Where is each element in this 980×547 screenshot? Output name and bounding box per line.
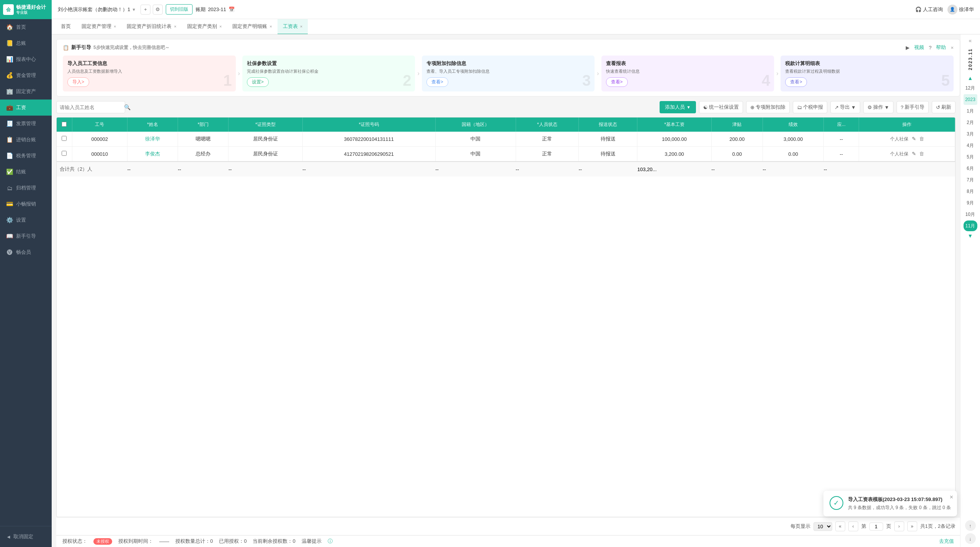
tab-fixed-assets-depreciation[interactable]: 固定资产折旧统计表 ×	[121, 19, 181, 34]
wizard-help-btn[interactable]: 帮助	[936, 44, 946, 51]
sidebar-item-sales[interactable]: 📋 进销台账	[0, 132, 52, 148]
tab-fixed-assets-ledger[interactable]: 固定资产明细账 ×	[227, 19, 277, 34]
tab-fixed-assets-mgmt[interactable]: 固定资产管理 ×	[76, 19, 121, 34]
tab-close-icon[interactable]: ×	[114, 24, 116, 29]
year-month-panel: « 2023.11 ▲ 12月 2023 1月 2月 3月 4月 5月 6月 7…	[960, 34, 980, 547]
period-info: 账期 2023-11 📅	[196, 6, 235, 13]
row-check[interactable]	[57, 147, 72, 162]
social-insurance-link[interactable]: 个人社保	[890, 151, 908, 157]
tax-report-btn[interactable]: 🗂 个税申报	[793, 101, 827, 113]
name-link[interactable]: 李俊杰	[145, 151, 160, 157]
col-status: *人员状态	[516, 118, 578, 132]
account-selector[interactable]: 刘小艳演示账套（勿删勿动！）1 ▼	[58, 6, 136, 13]
edit-icon[interactable]: ✎	[912, 151, 916, 157]
step-btn-4[interactable]: 查看>	[606, 77, 628, 87]
operate-btn[interactable]: ⚙ 操作 ▼	[863, 101, 893, 113]
month-btn-11[interactable]: 11月	[964, 220, 977, 231]
period-value: 2023-11	[208, 7, 226, 12]
month-btn-4[interactable]: 4月	[964, 140, 977, 151]
add-account-btn[interactable]: +	[140, 5, 150, 15]
month-btn-5[interactable]: 5月	[964, 152, 977, 162]
month-btn-6[interactable]: 6月	[964, 163, 977, 174]
month-btn-10[interactable]: 10月	[964, 209, 977, 220]
month-btn-7[interactable]: 7月	[964, 175, 977, 185]
calendar-icon[interactable]: 📅	[229, 7, 235, 12]
page-input[interactable]	[869, 523, 883, 531]
row-check[interactable]	[57, 132, 72, 147]
prev-page-btn[interactable]: ‹	[848, 521, 858, 531]
app-logo: 会 畅捷通好会计 专业版	[0, 0, 52, 19]
ai-assist-btn[interactable]: 🎧 人工咨询	[915, 6, 943, 13]
tab-close-icon[interactable]: ×	[300, 24, 302, 29]
year-2023-btn[interactable]: 2023	[964, 94, 977, 105]
refresh-btn[interactable]: ↺ 刷新	[932, 101, 956, 113]
select-all-checkbox[interactable]	[62, 122, 67, 127]
toast-close-btn[interactable]: ×	[950, 494, 953, 501]
user-menu[interactable]: 👤 徐泽华	[947, 5, 974, 15]
add-person-btn[interactable]: 添加人员 ▼	[660, 101, 696, 113]
month-btn-12[interactable]: 12月	[964, 83, 977, 93]
sidebar-item-xiaochang[interactable]: 💳 小畅报销	[0, 196, 52, 212]
month-btn-8[interactable]: 8月	[964, 186, 977, 197]
sidebar-item-member[interactable]: 🅥 畅会员	[0, 244, 52, 260]
settings-btn[interactable]: ⚙	[153, 5, 163, 15]
step-btn-5[interactable]: 查看>	[785, 77, 807, 87]
next-page-btn[interactable]: ›	[894, 521, 904, 531]
panel-bottom-icons: ↑ ↓	[965, 520, 976, 547]
tab-close-icon[interactable]: ×	[270, 24, 272, 29]
panel-expand-btn[interactable]: «	[967, 36, 973, 45]
guide-btn[interactable]: ? 新手引导	[897, 101, 929, 113]
delete-icon[interactable]: 🗑	[919, 151, 924, 157]
month-btn-2[interactable]: 2月	[964, 117, 977, 128]
row-checkbox[interactable]	[62, 151, 67, 156]
panel-icon-2[interactable]: ↓	[965, 533, 976, 544]
sidebar-item-guide[interactable]: 📖 新手引导	[0, 228, 52, 244]
per-page-select[interactable]: 10 20 50	[813, 522, 832, 531]
month-btn-1[interactable]: 1月	[964, 106, 977, 116]
last-page-btn[interactable]: »	[907, 521, 917, 531]
wizard-close-btn[interactable]: ×	[951, 45, 954, 51]
deduct-btn[interactable]: ⊕ 专项附加扣除	[746, 101, 790, 113]
export-btn[interactable]: ↗ 导出 ▼	[830, 101, 860, 113]
sidebar-item-reports[interactable]: 📊 报表中心	[0, 51, 52, 67]
first-page-btn[interactable]: «	[835, 521, 845, 531]
sidebar-item-settings[interactable]: ⚙️ 设置	[0, 212, 52, 228]
account-chevron-icon: ▼	[132, 7, 136, 12]
sidebar-item-funds[interactable]: 💰 资金管理	[0, 67, 52, 83]
tab-fixed-assets-category[interactable]: 固定资产类别 ×	[182, 19, 227, 34]
tab-salary[interactable]: 工资表 ×	[278, 19, 308, 34]
step-btn-1[interactable]: 导入>	[67, 77, 89, 87]
month-btn-3[interactable]: 3月	[964, 129, 977, 139]
panel-icon-1[interactable]: ↑	[965, 520, 976, 531]
sidebar-item-tax[interactable]: 📄 税务管理	[0, 148, 52, 164]
sidebar-item-salary[interactable]: 💼 工资	[0, 100, 52, 116]
month-btn-9[interactable]: 9月	[964, 198, 977, 208]
social-insurance-link[interactable]: 个人社保	[890, 136, 908, 142]
year-down-btn[interactable]: ▼	[967, 232, 974, 240]
social-insurance-btn[interactable]: ☯ 统一社保设置	[699, 101, 743, 113]
cancel-fixed-btn[interactable]: ◄ 取消固定	[0, 529, 52, 544]
search-input[interactable]	[60, 105, 124, 110]
sidebar-item-expense[interactable]: 🧾 发票管理	[0, 116, 52, 132]
sidebar-item-settle[interactable]: ✅ 结账	[0, 164, 52, 180]
step-num-2: 2	[403, 72, 411, 89]
tab-close-icon[interactable]: ×	[174, 24, 176, 29]
name-link[interactable]: 徐泽华	[145, 136, 160, 142]
step-num-4: 4	[762, 72, 770, 89]
wizard-video-btn[interactable]: 视频	[914, 44, 924, 51]
year-up-btn[interactable]: ▲	[967, 74, 974, 82]
sidebar-item-assets[interactable]: 🏢 固定资产	[0, 83, 52, 100]
edit-icon[interactable]: ✎	[912, 136, 916, 142]
delete-icon[interactable]: 🗑	[919, 136, 924, 142]
step-btn-2[interactable]: 设置>	[247, 77, 269, 87]
row-checkbox[interactable]	[62, 136, 67, 141]
sidebar-item-archive[interactable]: 🗂 归档管理	[0, 180, 52, 196]
tab-close-icon[interactable]: ×	[219, 24, 222, 29]
sidebar-item-home[interactable]: 🏠 首页	[0, 19, 52, 35]
version-switch-btn[interactable]: 切到旧版	[166, 4, 193, 15]
table-header-row: 工号 *姓名 *部门 *证照类型 *证照号码 国籍（地区） *人员状态 报送状态…	[57, 118, 955, 132]
step-btn-3[interactable]: 查看>	[426, 77, 448, 87]
sidebar-item-ledger[interactable]: 📒 总账	[0, 35, 52, 51]
charge-link[interactable]: 去充值	[939, 538, 954, 545]
tab-home[interactable]: 首页	[56, 19, 76, 34]
